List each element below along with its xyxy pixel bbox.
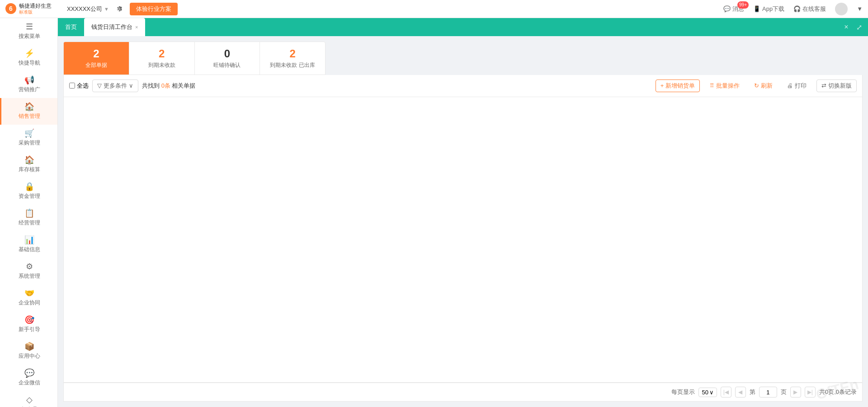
tab-fullscreen-button[interactable]: ⤢ — [854, 22, 864, 33]
stat-number-all: 2 — [93, 47, 99, 61]
next-page-button[interactable]: ▶ — [790, 387, 801, 398]
tab-close-icon[interactable]: × — [135, 24, 138, 30]
quick-nav-icon: ⚡ — [24, 49, 34, 57]
inventory-icon: 🏠 — [24, 156, 34, 164]
stat-card-overdue-out[interactable]: 2 到期未收款 已出库 — [260, 42, 325, 75]
sidebar-item-member[interactable]: ◇ 畅会员 — [0, 391, 57, 407]
base-info-icon: 📊 — [24, 236, 34, 244]
last-page-button[interactable]: ▶| — [805, 387, 816, 398]
sidebar-label-finance: 资金管理 — [19, 192, 40, 200]
page-size-arrow: ∨ — [709, 389, 714, 396]
enterprise-icon: 🤝 — [24, 289, 34, 297]
logo-text: 畅捷通好生意 标准版 — [19, 3, 52, 14]
filter-icon: ▽ — [97, 82, 102, 89]
app-download-button[interactable]: 📱 App下载 — [753, 5, 784, 13]
select-all-checkbox[interactable]: 全选 — [69, 82, 89, 90]
sidebar-label-search-menu: 搜索菜单 — [19, 33, 40, 40]
stat-label-all: 全部单据 — [85, 61, 107, 69]
content-area: 首页 钱货日清工作台 × × ⤢ 2 全部单据 — [58, 18, 868, 407]
search-menu-icon: ☰ — [26, 23, 33, 31]
stat-number-overdue-out: 2 — [289, 47, 295, 61]
sidebar-item-sales[interactable]: 🏠 销售管理 — [0, 98, 57, 125]
tab-cashflow[interactable]: 钱货日清工作台 × — [84, 18, 145, 36]
logo-area: 6 畅捷通好生意 标准版 — [5, 3, 63, 14]
tab-controls: × ⤢ — [841, 22, 868, 33]
select-all-input[interactable] — [69, 83, 75, 89]
guide-icon: 🎯 — [24, 316, 34, 324]
operations-icon: 📋 — [24, 209, 34, 217]
online-service-button[interactable]: 🎧 在线客服 — [793, 5, 826, 13]
refresh-icon: ↻ — [754, 82, 759, 89]
page-label: 第 — [750, 388, 755, 396]
print-button[interactable]: 🖨 打印 — [783, 80, 811, 92]
sidebar-label-enterprise: 企业协同 — [19, 299, 40, 307]
page-size-select[interactable]: 50 ∨ — [698, 388, 717, 397]
toolbar-left: 全选 ▽ 更多条件 ∨ 共找到 0条 相关单据 — [69, 80, 650, 92]
sidebar-label-purchase: 采购管理 — [19, 139, 40, 147]
total-info: 共0页,0条记录 — [819, 388, 857, 396]
stat-card-all[interactable]: 2 全部单据 — [64, 42, 129, 75]
sidebar-item-base-info[interactable]: 📊 基础信息 — [0, 231, 57, 258]
stat-card-pending[interactable]: 0 旺铺待确认 — [195, 42, 260, 75]
user-name[interactable]: ▼ — [857, 5, 863, 12]
sidebar-label-base-info: 基础信息 — [19, 246, 40, 253]
trial-button[interactable]: 体验行业方案 — [130, 3, 178, 15]
page-content: 2 全部单据 2 到期未收款 0 旺铺待确认 — [58, 36, 868, 407]
table-area — [63, 97, 863, 383]
sidebar-item-enterprise[interactable]: 🤝 企业协同 — [0, 285, 57, 311]
sidebar-label-guide: 新手引导 — [19, 326, 40, 333]
sidebar-label-system: 系统管理 — [19, 272, 40, 280]
result-count: 0条 — [161, 82, 170, 89]
user-avatar[interactable] — [835, 3, 848, 15]
headset-icon: 🎧 — [793, 5, 801, 12]
message-badge: 99+ — [737, 1, 749, 9]
sidebar-label-sales: 销售管理 — [19, 112, 40, 120]
refresh-button[interactable]: ↻ 刷新 — [750, 80, 777, 92]
sidebar-item-wechat[interactable]: 💬 企业微信 — [0, 365, 57, 391]
sidebar-item-purchase[interactable]: 🛒 采购管理 — [0, 125, 57, 151]
stat-number-pending: 0 — [224, 47, 230, 61]
more-filter-button[interactable]: ▽ 更多条件 ∨ — [92, 80, 138, 92]
stat-card-overdue[interactable]: 2 到期未收款 — [129, 42, 195, 75]
top-header: 6 畅捷通好生意 标准版 XXXXXX公司 ▼ 体验行业方案 💬 消息 99+ … — [0, 0, 868, 18]
tab-home[interactable]: 首页 — [58, 18, 84, 36]
sidebar-label-marketing: 营销推广 — [19, 86, 40, 94]
sidebar-item-quick-nav[interactable]: ⚡ 快捷导航 — [0, 45, 57, 71]
batch-icon: ⠿ — [710, 82, 714, 89]
sidebar-item-marketing[interactable]: 📢 营销推广 — [0, 71, 57, 98]
sidebar-item-finance[interactable]: 🔒 资金管理 — [0, 178, 57, 205]
settings-icon[interactable] — [113, 3, 125, 15]
print-icon: 🖨 — [787, 82, 793, 89]
wechat-icon: 💬 — [24, 369, 34, 377]
sidebar-item-app-center[interactable]: 📦 应用中心 — [0, 338, 57, 365]
sidebar-item-search-menu[interactable]: ☰ 搜索菜单 — [0, 18, 57, 45]
company-selector[interactable]: XXXXXX公司 ▼ — [67, 5, 109, 13]
result-text: 共找到 0条 相关单据 — [142, 82, 195, 90]
sidebar-label-operations: 经营管理 — [19, 219, 40, 227]
page-input[interactable] — [759, 387, 777, 398]
sidebar-item-system[interactable]: ⚙ 系统管理 — [0, 258, 57, 285]
member-icon: ◇ — [26, 396, 33, 404]
sidebar-label-quick-nav: 快捷导航 — [19, 59, 40, 67]
sidebar-label-wechat: 企业微信 — [19, 379, 40, 387]
switch-version-button[interactable]: ⇄ 切换新版 — [816, 80, 857, 92]
sidebar-item-operations[interactable]: 📋 经营管理 — [0, 205, 57, 231]
batch-operation-button[interactable]: ⠿ 批量操作 — [705, 80, 744, 92]
filter-dropdown-icon: ∨ — [129, 82, 133, 89]
stat-label-overdue: 到期未收款 — [148, 61, 175, 69]
sidebar-label-inventory: 库存核算 — [19, 166, 40, 173]
prev-page-button[interactable]: ◀ — [735, 387, 746, 398]
stat-number-overdue: 2 — [159, 47, 165, 61]
sidebar-item-inventory[interactable]: 🏠 库存核算 — [0, 151, 57, 178]
stat-label-overdue-out: 到期未收款 已出库 — [270, 61, 315, 69]
phone-icon: 📱 — [753, 5, 760, 12]
page-label-2: 页 — [781, 388, 787, 396]
finance-icon: 🔒 — [24, 182, 34, 191]
first-page-button[interactable]: |◀ — [721, 387, 731, 398]
add-sale-button[interactable]: + 新增销货单 — [656, 80, 700, 92]
message-button[interactable]: 💬 消息 99+ — [723, 5, 744, 13]
app-center-icon: 📦 — [24, 342, 34, 351]
system-icon: ⚙ — [26, 262, 33, 271]
sidebar-item-guide[interactable]: 🎯 新手引导 — [0, 311, 57, 338]
tab-close-button[interactable]: × — [841, 22, 852, 33]
